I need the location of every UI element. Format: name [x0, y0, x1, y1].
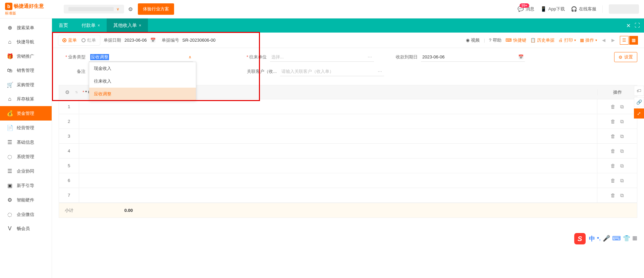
expand-icon[interactable]: ⛶ [635, 22, 640, 29]
user-avatar[interactable] [609, 4, 639, 14]
table-row[interactable]: 5🗑⧉ [59, 158, 637, 173]
biztype-select[interactable]: 应收调整 ∧ 现金收入往来收入应收调整 [89, 52, 193, 62]
relcust-input[interactable]: 请输入关联客户（收入单） ⋯ [280, 67, 384, 76]
sidebar-item[interactable]: ◌系统管理 [0, 149, 52, 164]
copy-row-icon[interactable]: ⧉ [620, 178, 624, 184]
sidebar-item[interactable]: ⚙智能硬件 [0, 193, 52, 207]
ime-mic-icon[interactable]: 🎤 [603, 235, 610, 243]
close-tab-icon[interactable]: ✕ [626, 22, 631, 29]
message-badge: 99+ [520, 3, 529, 8]
logo: b 畅捷通好生意 标准版 [5, 3, 57, 16]
hotkey-link[interactable]: ⌨快捷键 [505, 37, 526, 43]
sidebar-item[interactable]: ☰基础信息 [0, 135, 52, 149]
doc-date-value[interactable]: 2023-06-06 [124, 38, 147, 43]
view-card-button[interactable]: ▦ [629, 36, 638, 45]
copy-row-icon[interactable]: ⧉ [620, 119, 624, 125]
ime-grid-icon[interactable]: ▦ [632, 235, 637, 243]
duedate-input[interactable]: 2023-06-06 📅 [421, 52, 525, 62]
gear-icon: ⚙ [619, 55, 623, 60]
delete-row-icon[interactable]: 🗑 [610, 148, 615, 154]
table-row[interactable]: 6🗑⧉ [59, 173, 637, 188]
close-icon[interactable]: × [139, 23, 141, 28]
calendar-icon[interactable]: 📅 [518, 54, 524, 59]
sidebar-item[interactable]: ▣新手引导 [0, 178, 52, 193]
sidebar-item[interactable]: 🎁营销推广 [0, 49, 52, 63]
delete-row-icon[interactable]: 🗑 [610, 133, 615, 139]
dropdown-option[interactable]: 应收调整 [89, 88, 196, 100]
ime-punct-icon[interactable]: •, [597, 235, 601, 243]
close-icon[interactable]: × [98, 23, 100, 28]
next-arrow[interactable]: ▶ [610, 38, 616, 43]
delete-row-icon[interactable]: 🗑 [610, 178, 615, 183]
table-row[interactable]: 7🗑⧉ [59, 188, 637, 203]
tab[interactable]: 其他收入单× [107, 18, 148, 33]
operate-link[interactable]: ▦操作▾ [580, 37, 597, 43]
help-link[interactable]: ?帮助 [489, 37, 501, 43]
sidebar-item[interactable]: V畅会员 [0, 222, 52, 236]
sidebar-item-label: 营销推广 [17, 53, 34, 59]
radio-blue[interactable]: 蓝单 [62, 37, 77, 43]
calendar-icon[interactable]: 📅 [150, 38, 156, 43]
table-row[interactable]: 4🗑⧉ [59, 144, 637, 158]
more-icon[interactable]: ⋯ [368, 54, 373, 59]
subtotal-label: 小计 [59, 207, 79, 214]
sidebar-item[interactable]: ⊕搜索菜单 [0, 20, 52, 35]
logo-subtitle: 标准版 [5, 11, 57, 16]
delete-row-icon[interactable]: 🗑 [610, 119, 615, 124]
expand-panel-icon[interactable]: ⤢ [634, 108, 644, 119]
copy-row-icon[interactable]: ⧉ [620, 133, 624, 139]
message-link[interactable]: 99+ 💬 消息 [518, 6, 534, 12]
history-link[interactable]: 📋历史单据 [530, 37, 554, 43]
copy-row-icon[interactable]: ⧉ [620, 104, 624, 110]
link-icon[interactable]: 🔗 [634, 97, 644, 107]
copy-row-icon[interactable]: ⧉ [620, 163, 624, 169]
copy-row-icon[interactable]: ⧉ [620, 192, 624, 198]
prev-arrow[interactable]: ◀ [601, 38, 606, 43]
settings-button[interactable]: ⚙ 设置 [614, 52, 637, 62]
ime-shirt-icon[interactable]: 👕 [623, 235, 630, 243]
table-row[interactable]: 3🗑⧉ [59, 129, 637, 144]
print-link[interactable]: 🖨打印▾ [558, 37, 576, 43]
gear-icon[interactable]: ⚙ [128, 6, 133, 12]
dropdown-option[interactable]: 现金收入 [89, 62, 196, 75]
sidebar-item[interactable]: ☰企业协同 [0, 164, 52, 178]
video-link[interactable]: ◉视频 [466, 37, 480, 43]
subtotal-value: 0.00 [79, 208, 140, 213]
sidebar-item[interactable]: ⌂快捷导航 [0, 35, 52, 49]
unit-select[interactable]: 选择... ⋯ [270, 52, 374, 62]
view-list-button[interactable]: ☰ [620, 36, 629, 45]
sidebar-item[interactable]: 🛍销售管理 [0, 63, 52, 78]
delete-row-icon[interactable]: 🗑 [610, 104, 615, 109]
delete-row-icon[interactable]: 🗑 [610, 192, 615, 198]
sidebar-item[interactable]: 🛒采购管理 [0, 78, 52, 92]
relcust-field: 关联客户（收... 请输入关联客户（收入单） ⋯ [240, 67, 384, 76]
sort-icon[interactable]: ⇅ [75, 90, 81, 94]
sidebar-item-label: 基础信息 [17, 139, 34, 145]
sidebar-item[interactable]: ⌂库存核算 [0, 92, 52, 106]
phone-icon: 📱 [540, 6, 547, 12]
tab[interactable]: 首页 [52, 18, 75, 33]
tag-icon[interactable]: 🏷 [634, 86, 644, 96]
trial-button[interactable]: 体验行业方案 [138, 3, 174, 15]
org-selector[interactable]: ∨ [64, 5, 124, 13]
more-icon[interactable]: ⋯ [378, 69, 383, 74]
row-number: 5 [59, 158, 79, 173]
dropdown-option[interactable]: 往来收入 [89, 75, 196, 88]
ime-lang-icon[interactable]: 中 [589, 235, 595, 243]
table-settings-icon[interactable]: ⚙ [59, 89, 75, 95]
app-download-link[interactable]: 📱 App下载 [540, 6, 565, 12]
table-row[interactable]: 2🗑⧉ [59, 114, 637, 129]
biztype-field: *业务类型 应收调整 ∧ 现金收入往来收入应收调整 [59, 52, 193, 62]
service-link[interactable]: 🎧 在线客服 [571, 6, 596, 12]
ime-keyboard-icon[interactable]: ⌨ [612, 235, 621, 243]
copy-row-icon[interactable]: ⧉ [620, 148, 624, 154]
tab[interactable]: 付款单× [75, 18, 107, 33]
table-row[interactable]: 1🗑⧉ [59, 99, 637, 114]
radio-red[interactable]: 红单 [82, 37, 96, 43]
sidebar-item[interactable]: ◌企业微信 [0, 207, 52, 222]
delete-row-icon[interactable]: 🗑 [610, 163, 615, 169]
sidebar-item[interactable]: 📄经营管理 [0, 121, 52, 135]
radio-dot-icon [82, 38, 86, 42]
ime-logo-icon[interactable]: S [574, 233, 586, 244]
sidebar-item[interactable]: 💰资金管理 [0, 106, 52, 121]
